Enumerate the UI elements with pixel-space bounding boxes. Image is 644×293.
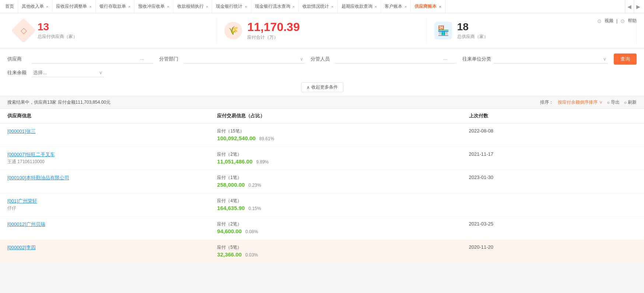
close-tab-icon[interactable]: × [293, 4, 295, 9]
nav-tab[interactable]: 收款情况统计× [299, 0, 337, 13]
sort-value[interactable]: 按应付余额倒序排序 ∨ [558, 99, 602, 106]
last-pay-date: 2021-03-25 [469, 221, 494, 227]
video-link[interactable]: 视频 [605, 18, 613, 24]
supplier-link[interactable]: [000100]本特勤油品有限公司 [7, 175, 69, 180]
nav-tab[interactable]: 客户账本× [381, 0, 411, 13]
stat-payable-amount: 11,170.39 [247, 21, 300, 34]
nav-tab[interactable]: 超期应收款查询× [338, 0, 381, 13]
supplier-link[interactable]: [000002]李四 [7, 245, 36, 250]
dept-input[interactable] [183, 55, 305, 63]
trans-pct: 0.15% [248, 206, 261, 211]
nav-tab[interactable]: 预收冲应收单× [134, 0, 173, 13]
dept-input-wrap[interactable]: ∨ [183, 55, 305, 63]
filter-area: 供应商 ··· 分管部门 ∨ 分管人员 ··· 往来单位分类 [0, 48, 644, 96]
trans-amount[interactable]: 32,366.00 [217, 251, 242, 258]
trans-pct: 9.89% [256, 159, 269, 165]
category-input-wrap[interactable]: ∨ [493, 55, 608, 63]
collapse-row: ∧ 收起更多条件 [7, 81, 637, 92]
filter-person: 分管人员 ··· [311, 55, 456, 63]
person-dots-icon[interactable]: ··· [443, 56, 448, 62]
trans-amount[interactable]: 100,092,540.00 [217, 135, 255, 141]
person-input[interactable] [335, 55, 456, 63]
person-input-wrap[interactable]: ··· [335, 55, 456, 63]
stat-supplier-count: 13 [38, 21, 77, 33]
nav-tab[interactable]: 供应商账本× [411, 0, 445, 13]
trans-amount[interactable]: 164,635.90 [217, 205, 245, 211]
balance-input-wrap[interactable]: ∨ [32, 68, 104, 77]
trans-row: 258,000.00 0.23% [217, 181, 469, 189]
table-row: [000012]广州贝瑞 应付（2笔） 94,600.00 0.08% 2021… [0, 217, 644, 240]
close-tab-icon[interactable]: × [439, 4, 441, 9]
nav-tab[interactable]: 收款核销执行× [174, 0, 212, 13]
transaction-cell: 应付（2笔） 94,600.00 0.08% [217, 221, 469, 235]
category-arrow-icon[interactable]: ∨ [603, 56, 606, 62]
trans-row: 164,635.90 0.15% [217, 204, 469, 212]
close-tab-icon[interactable]: × [331, 4, 333, 9]
nav-tab[interactable]: 应收应付调整单× [52, 0, 95, 13]
col-header-lastpay: 上次付数 [469, 113, 637, 119]
stat-payable: 🌾 11,170.39 应付合计（万） [217, 18, 427, 44]
supplier-link[interactable]: [001]广州荣轩 [7, 198, 37, 204]
links-divider: | [616, 18, 617, 24]
close-tab-icon[interactable]: × [375, 4, 377, 9]
supplier-link[interactable]: [000007]恒旺二手叉车 [7, 152, 55, 157]
balance-arrow-icon[interactable]: ∨ [99, 70, 102, 75]
nav-next-arrow[interactable]: ▶ [634, 0, 643, 13]
supplier-dots-icon[interactable]: ··· [140, 56, 144, 62]
export-button[interactable]: ○ 导出 [607, 99, 620, 106]
trans-pct: 89.61% [259, 136, 274, 141]
stat-payable-label: 应付合计（万） [247, 34, 300, 41]
supplier-input-wrap[interactable]: ··· [32, 55, 153, 63]
nav-tab[interactable]: 其他收入单× [18, 0, 52, 13]
right-actions: 排序： 按应付余额倒序排序 ∨ ○ 导出 ○ 刷新 [540, 99, 637, 106]
close-tab-icon[interactable]: × [89, 4, 91, 9]
nav-tab[interactable]: 现金银行统计× [212, 0, 251, 13]
supplier-link[interactable]: [000012]广州贝瑞 [7, 221, 45, 227]
trans-count: 应付（2笔） [217, 221, 469, 227]
close-tab-icon[interactable]: × [206, 4, 208, 9]
supplier-cell: [000001]张三 [7, 128, 217, 135]
trans-row: 32,366.00 0.03% [217, 251, 469, 258]
top-right-links: ⊙ 视频 | ⊙ 帮助 [597, 18, 637, 24]
collapse-button[interactable]: ∧ 收起更多条件 [301, 82, 343, 92]
trans-amount[interactable]: 258,000.00 [217, 182, 245, 188]
supplier-cell: [000012]广州贝瑞 [7, 221, 217, 228]
trans-row: 100,092,540.00 89.61% [217, 134, 469, 142]
refresh-button[interactable]: ○ 刷新 [624, 99, 637, 106]
supplier-icon: ◇ [11, 18, 36, 43]
trans-pct: 0.23% [248, 183, 261, 188]
transaction-cell: 应付（2笔） 11,051,486.00 9.89% [217, 151, 469, 165]
dept-filter-label: 分管部门 [159, 56, 181, 62]
search-button[interactable]: 查询 [614, 54, 637, 65]
trans-pct: 0.08% [245, 229, 258, 234]
trans-count: 应付（5笔） [217, 244, 469, 251]
nav-tab[interactable]: 银行存取款单× [96, 0, 134, 13]
close-tab-icon[interactable]: × [405, 4, 407, 9]
balance-input[interactable] [32, 68, 104, 77]
close-tab-icon[interactable]: × [245, 4, 247, 9]
col-header-supplier: 供应商信息 [7, 113, 217, 119]
help-link[interactable]: 帮助 [628, 18, 637, 24]
close-tab-icon[interactable]: × [128, 4, 130, 9]
supplier-link[interactable]: [000001]张三 [7, 128, 36, 134]
trans-amount[interactable]: 11,051,486.00 [217, 158, 252, 165]
nav-tab[interactable]: 现金银行流水查询× [251, 0, 299, 13]
nav-tab[interactable]: 首页 [1, 0, 18, 13]
dept-arrow-icon[interactable]: ∨ [300, 56, 303, 62]
nav-prev-arrow[interactable]: ◀ [625, 0, 634, 13]
supplier-cell: [000002]李四 [7, 244, 217, 251]
close-tab-icon[interactable]: × [46, 4, 48, 9]
transaction-cell: 应付（5笔） 32,366.00 0.03% [217, 244, 469, 258]
trans-count: 应付（4笔） [217, 198, 469, 204]
trans-amount[interactable]: 94,600.00 [217, 228, 242, 234]
table-row: [000002]李四 应付（5笔） 32,366.00 0.03% 2020-1… [0, 240, 644, 263]
category-input[interactable] [493, 55, 608, 63]
supplier-cell: [001]广州荣轩 仔仔 [7, 198, 217, 211]
supplier-input[interactable] [32, 55, 153, 63]
lastpay-cell: 2023-01-30 [469, 175, 637, 180]
transaction-cell: 应付（1笔） 258,000.00 0.23% [217, 175, 469, 189]
col-header-transaction: 应付交易信息（占比） [217, 113, 469, 119]
close-tab-icon[interactable]: × [167, 4, 169, 9]
last-pay-date: 2020-11-20 [469, 244, 494, 250]
table-header: 供应商信息 应付交易信息（占比） 上次付数 [0, 109, 644, 124]
